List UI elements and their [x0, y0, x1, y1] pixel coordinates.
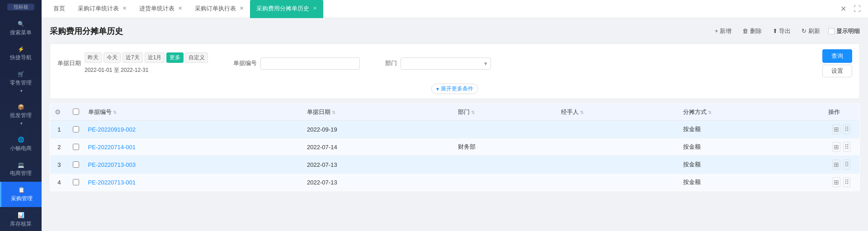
tab-close-icon[interactable]: ✕	[240, 5, 244, 11]
th-doc-date: 单据日期 ⇅	[302, 104, 453, 121]
tab-bar: 首页 采购订单统计表 ✕ 进货单统计表 ✕ 采购订单执行表 ✕ 采购费用分摊单历…	[42, 0, 868, 18]
view-detail-icon[interactable]: ⊞	[832, 177, 840, 187]
row-num-cell: 1	[50, 121, 68, 138]
doc-no-link[interactable]: PE-20220714-001	[88, 144, 136, 151]
toolbar: + 新增 🗑 删除 ⬆ 导出 ↻ 刷新 显示明细	[712, 25, 860, 37]
date-btn-custom[interactable]: 自定义	[185, 52, 208, 63]
row-dept-cell	[453, 174, 557, 191]
th-settings: ⚙	[50, 104, 68, 121]
page-header: 采购费用分摊单历史 + 新增 🗑 删除 ⬆ 导出 ↻ 刷新 显示明细	[50, 25, 860, 37]
row-doc-no-cell: PE-20220714-001	[84, 138, 303, 156]
date-btn-1month[interactable]: 近1月	[145, 52, 165, 63]
sidebar-item-ecommerce[interactable]: 💻 电商管理	[0, 157, 42, 182]
table-row: 2 PE-20220714-001 2022-07-14 财务部 按金额 ⊞ ⠿	[50, 138, 860, 156]
row-checkbox[interactable]	[73, 126, 79, 132]
row-handler-cell	[557, 121, 679, 138]
select-all-checkbox[interactable]	[73, 108, 79, 115]
th-dept: 部门 ⇅	[453, 104, 557, 121]
row-checkbox-cell	[68, 174, 84, 191]
sidebar-item-nav[interactable]: ⚡ 快捷导航	[0, 41, 42, 66]
doc-no-link[interactable]: PE-20220919-002	[88, 126, 136, 133]
table-row: 4 PE-20220713-001 2022-07-13 按金额 ⊞ ⠿	[50, 174, 860, 191]
view-detail-icon[interactable]: ⊞	[832, 124, 840, 134]
row-handler-cell	[557, 156, 679, 174]
tab-close-icon[interactable]: ✕	[123, 5, 127, 11]
view-detail-icon[interactable]: ⊞	[832, 160, 840, 170]
row-doc-date-cell: 2022-07-13	[302, 156, 453, 174]
close-tab-btn[interactable]: ✕	[839, 4, 848, 14]
table-header: ⚙ 单据编号 ⇅ 单据日期 ⇅	[50, 104, 860, 121]
show-cols-toggle[interactable]: 显示明细	[828, 27, 860, 35]
sidebar: 指标板 🔍 搜索菜单 ⚡ 快捷导航 🛒 零售管理 ▾ 📦 批发管理 ▾ 🌐 小畅…	[0, 0, 42, 231]
sort-icon: ⇅	[580, 110, 584, 115]
sort-doc-no[interactable]: 单据编号 ⇅	[88, 108, 117, 116]
page-title: 采购费用分摊单历史	[50, 26, 123, 37]
date-btn-today[interactable]: 今天	[104, 52, 121, 63]
row-checkbox-cell	[68, 156, 84, 174]
sort-icon: ⇅	[471, 110, 475, 115]
sidebar-item-wholesale[interactable]: 📦 批发管理 ▾	[0, 99, 42, 132]
inventory-icon: 📊	[18, 212, 24, 218]
row-num-cell: 4	[50, 174, 68, 191]
sort-doc-date[interactable]: 单据日期 ⇅	[307, 108, 335, 116]
sort-dept[interactable]: 部门 ⇅	[458, 108, 475, 116]
dept-select[interactable]: 财务部	[401, 57, 491, 70]
tab-purchase-order-exec[interactable]: 采购订单执行表 ✕	[189, 0, 250, 18]
search-menu-icon: 🔍	[18, 21, 24, 27]
date-range-btns: 昨天 今天 近7天 近1月 更多 自定义	[85, 52, 208, 63]
row-checkbox[interactable]	[73, 144, 79, 150]
sidebar-item-search[interactable]: 🔍 搜索菜单	[0, 16, 42, 41]
dept-label: 部门	[385, 59, 397, 67]
show-cols-label: 显示明细	[836, 27, 860, 35]
fullscreen-btn[interactable]: ⛶	[852, 4, 863, 14]
tab-close-icon[interactable]: ✕	[313, 5, 317, 11]
refresh-button[interactable]: ↻ 刷新	[799, 25, 823, 37]
doc-no-link[interactable]: PE-20220713-003	[88, 161, 136, 168]
row-checkbox[interactable]	[73, 161, 79, 168]
sidebar-item-ecommerce-small[interactable]: 🌐 小畅电商	[0, 132, 42, 157]
chevron-down-icon: ▾	[436, 86, 439, 92]
row-handler-cell	[557, 138, 679, 156]
row-num-cell: 3	[50, 156, 68, 174]
show-cols-checkbox[interactable]	[828, 28, 835, 34]
sort-split-method[interactable]: 分摊方式 ⇅	[683, 108, 712, 116]
sidebar-item-purchase[interactable]: 📋 采购管理	[0, 182, 42, 207]
date-btn-7days[interactable]: 近7天	[123, 52, 143, 63]
expand-conditions-btn[interactable]: ▾ 展开更多条件	[431, 84, 478, 94]
date-btn-more[interactable]: 更多	[166, 52, 184, 63]
date-range-value: 2022-01-01 至 2022-12-31	[85, 66, 208, 74]
more-action-icon[interactable]: ⠿	[843, 124, 850, 134]
tab-purchase-cost-history[interactable]: 采购费用分摊单历史 ✕	[250, 0, 323, 18]
doc-no-input[interactable]	[260, 57, 360, 70]
row-doc-date-cell: 2022-07-14	[302, 138, 453, 156]
tab-close-icon[interactable]: ✕	[178, 5, 182, 11]
doc-no-label: 单据编号	[233, 59, 257, 67]
row-doc-no-cell: PE-20220713-001	[84, 174, 303, 191]
row-split-method-cell: 按金额	[679, 174, 823, 191]
row-actions-cell: ⊞ ⠿	[824, 121, 860, 138]
row-handler-cell	[557, 174, 679, 191]
date-btn-yesterday[interactable]: 昨天	[85, 52, 102, 63]
data-table: ⚙ 单据编号 ⇅ 单据日期 ⇅	[50, 104, 860, 191]
query-button[interactable]: 查询	[822, 49, 852, 63]
export-button[interactable]: ⬆ 导出	[770, 25, 794, 37]
tab-incoming-stats[interactable]: 进货单统计表 ✕	[133, 0, 189, 18]
delete-button[interactable]: 🗑 删除	[740, 25, 764, 37]
tab-home[interactable]: 首页	[47, 0, 71, 18]
view-detail-icon[interactable]: ⊞	[832, 142, 840, 152]
row-actions-cell: ⊞ ⠿	[824, 156, 860, 174]
settings-button[interactable]: 设置	[822, 65, 852, 77]
more-action-icon[interactable]: ⠿	[843, 177, 850, 187]
gear-icon[interactable]: ⚙	[55, 108, 61, 116]
doc-no-link[interactable]: PE-20220713-001	[88, 179, 136, 186]
th-handler: 经手人 ⇅	[557, 104, 679, 121]
sidebar-item-inventory[interactable]: 📊 库存核算	[0, 207, 42, 231]
sidebar-item-retail[interactable]: 🛒 零售管理 ▾	[0, 66, 42, 99]
tab-purchase-order-stats[interactable]: 采购订单统计表 ✕	[71, 0, 133, 18]
add-button[interactable]: + 新增	[712, 25, 734, 37]
row-checkbox[interactable]	[73, 179, 79, 185]
more-action-icon[interactable]: ⠿	[843, 160, 850, 170]
sort-handler[interactable]: 经手人 ⇅	[561, 108, 584, 116]
more-action-icon[interactable]: ⠿	[843, 142, 850, 152]
row-actions-cell: ⊞ ⠿	[824, 138, 860, 156]
